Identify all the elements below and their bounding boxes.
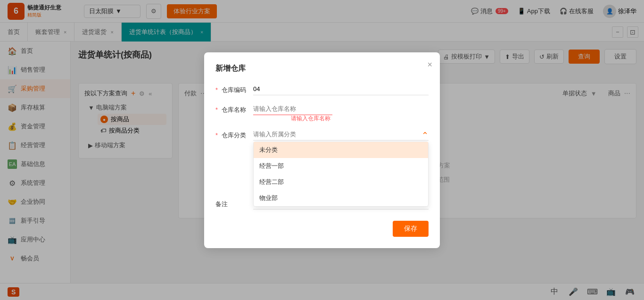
category-option-property[interactable]: 物业部 <box>254 190 428 206</box>
required-star-name: * <box>215 106 218 113</box>
warehouse-name-row: * 仓库名称 请输入仓库名称 <box>215 103 429 115</box>
warehouse-category-row: * 仓库分类 ⌃ 未分类 经营一部 经营二部 物业部 <box>215 128 429 141</box>
warehouse-category-input[interactable] <box>253 128 429 141</box>
category-dropdown-arrow[interactable]: ⌃ <box>421 130 429 141</box>
modal-footer: 保存 <box>215 221 429 237</box>
category-option-dept1[interactable]: 经营一部 <box>254 158 428 174</box>
required-star-cat: * <box>215 132 218 139</box>
modal-close-button[interactable]: × <box>427 60 432 70</box>
warehouse-category-label: * 仓库分类 <box>215 128 253 140</box>
modal-title: 新增仓库 <box>215 64 429 74</box>
modal-overlay[interactable]: 新增仓库 × * 仓库编码 * 仓库名称 请输入仓库名称 * 仓 <box>0 0 644 300</box>
category-dropdown-list: 未分类 经营一部 经营二部 物业部 <box>253 142 429 207</box>
warehouse-name-wrapper: 请输入仓库名称 <box>253 103 429 115</box>
warehouse-code-input[interactable] <box>253 83 429 95</box>
warehouse-code-row: * 仓库编码 <box>215 83 429 95</box>
warehouse-name-input[interactable] <box>253 103 332 115</box>
required-star: * <box>215 86 218 93</box>
warehouse-name-label: * 仓库名称 <box>215 103 253 114</box>
modal-save-button[interactable]: 保存 <box>393 221 429 237</box>
warehouse-name-error: 请输入仓库名称 <box>291 115 330 123</box>
warehouse-note-label: 备注 <box>215 197 253 208</box>
category-option-dept2[interactable]: 经营二部 <box>254 174 428 190</box>
category-option-uncategorized[interactable]: 未分类 <box>254 142 428 158</box>
warehouse-category-wrapper: ⌃ <box>253 128 429 141</box>
warehouse-code-label: * 仓库编码 <box>215 83 253 94</box>
add-warehouse-modal: 新增仓库 × * 仓库编码 * 仓库名称 请输入仓库名称 * 仓 <box>204 52 440 248</box>
